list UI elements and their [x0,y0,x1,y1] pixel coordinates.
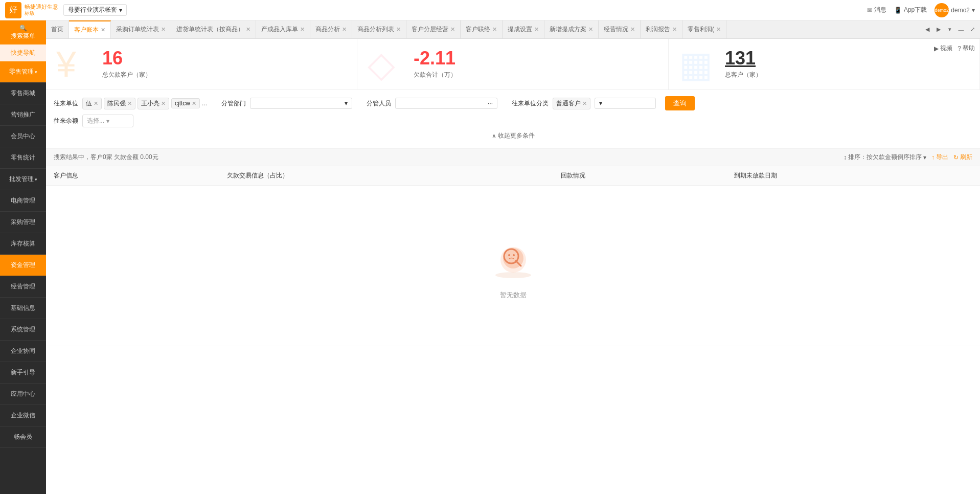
tab-bar: 首页 客户账本 ✕ 采购订单统计表 ✕ 进货单统计表（按商品） ✕ 产成品入库单… [46,20,980,39]
tab-customer-account[interactable]: 客户账本 ✕ [69,20,111,39]
user-avatar[interactable]: demo2 demo2 ▾ [935,3,975,17]
results-bar: 搜索结果中，客户0家 欠款金额 0.00元 ↕ 排序：按欠款金额倒序排序 ▾ ↑… [46,149,980,166]
app-download-button[interactable]: 📱 App下载 [894,6,927,14]
sidebar-item-member-center[interactable]: 会员中心 [0,126,46,147]
stat-bg-icon-1: ¥ [56,44,76,85]
tab-close-icon[interactable]: ✕ [672,26,677,33]
more-tags-button[interactable]: ... [202,100,207,107]
tab-purchase-order-stats[interactable]: 采购订单统计表 ✕ [111,20,171,39]
sidebar-item-new-guide[interactable]: 新手引导 [0,362,46,384]
tab-new-promotion-plan[interactable]: 新增提成方案 ✕ [544,20,599,39]
sidebar-item-wholesale-mgmt[interactable]: 批发管理 ▾ [0,169,46,190]
col-customer-info: 客户信息 [46,166,219,186]
sidebar-item-retail-stats[interactable]: 零售统计 [0,147,46,169]
sidebar-item-inventory[interactable]: 库存核算 [0,233,46,255]
tab-close-icon[interactable]: ✕ [492,26,497,33]
tab-maximize-button[interactable]: ⤢ [967,25,977,35]
category-select[interactable]: ▾ [595,98,656,109]
tag-close-4[interactable]: ✕ [192,100,196,107]
sidebar-item-system[interactable]: 系统管理 [0,319,46,341]
sidebar-item-member-vip[interactable]: 畅会员 [0,426,46,448]
tab-promotion-settings[interactable]: 提成设置 ✕ [503,20,544,39]
store-selector[interactable]: 母婴行业演示帐套 ▾ [63,4,127,16]
tab-close-icon[interactable]: ✕ [161,26,166,33]
help-icon: ? [958,45,961,52]
tab-close-icon[interactable]: ✕ [450,26,455,33]
sidebar-item-ecommerce[interactable]: 电商管理 [0,190,46,212]
tab-close-icon[interactable]: ✕ [630,26,635,33]
quick-nav[interactable]: 快捷导航 [0,44,46,61]
sort-selector[interactable]: ↕ 排序：按欠款金额倒序排序 ▾ [844,153,926,162]
filter-area: 往来单位 伍 ✕ 陈民强 ✕ 王小亮 ✕ [46,90,980,149]
query-button[interactable]: 查询 [665,96,695,110]
stat-total-customers: ¥ 16 总欠款客户（家） [46,39,357,89]
sidebar-item-basic-info[interactable]: 基础信息 [0,298,46,319]
tab-close-icon[interactable]: ✕ [396,26,401,33]
balance-input[interactable]: 选择... ▾ [82,115,133,127]
chevron-up-icon: ∧ [492,132,496,140]
tab-product-inbound[interactable]: 产成品入库单 ✕ [256,20,310,39]
tag-close-2[interactable]: ✕ [127,100,132,107]
tab-close-icon[interactable]: ✕ [246,26,250,33]
sidebar-item-retail-mgmt[interactable]: 零售管理 ▾ [0,61,46,83]
tab-close-icon[interactable]: ✕ [588,26,593,33]
video-help-link[interactable]: ▶ 视频 [934,44,952,53]
sidebar-search[interactable]: 🔍 搜索菜单 [0,20,46,44]
tab-product-analysis-list[interactable]: 商品分析列表 ✕ [352,20,406,39]
collapse-button[interactable]: ∧ 收起更多条件 [492,131,535,140]
tab-close-icon[interactable]: ✕ [342,26,347,33]
tab-menu-button[interactable]: ▾ [945,25,955,35]
sidebar-item-enterprise-wechat[interactable]: 企业微信 [0,405,46,426]
tab-minimize-button[interactable]: — [956,25,966,35]
tab-prev-button[interactable]: ◀ [922,25,932,35]
sort-icon: ↕ [844,154,847,161]
tab-profit-report[interactable]: 利润报告 ✕ [641,20,682,39]
unit-tag-4: cjttcw ✕ [171,98,200,108]
message-icon: ✉ [867,7,872,14]
stat-label-customers: 总欠款客户（家） [102,71,151,79]
tab-retail-profit[interactable]: 零售利润( ✕ [682,20,726,39]
export-button[interactable]: ↑ 导出 [931,153,948,162]
empty-state: 暂无数据 [54,191,972,341]
chevron-icon: ▾ [35,70,37,75]
tab-inbound-stats[interactable]: 进货单统计表（按商品） ✕ [171,20,256,39]
person-select[interactable]: ··· [395,98,497,109]
tab-next-button[interactable]: ▶ [933,25,944,35]
sidebar-item-purchase[interactable]: 采购管理 [0,212,46,233]
chevron-down-icon: ▾ [923,154,926,161]
brand-name: 畅捷通好生意 标版 [25,4,58,16]
filter-row-2: 往来余额 选择... ▾ [54,115,972,127]
sidebar-item-app-center[interactable]: 应用中心 [0,384,46,405]
tab-close-icon[interactable]: ✕ [101,27,105,33]
refresh-icon: ↻ [953,154,959,161]
tab-customer-segment[interactable]: 客户分层经营 ✕ [406,20,461,39]
dept-select[interactable]: ▾ [250,98,352,109]
export-icon: ↑ [931,154,935,161]
help-links: ▶ 视频 ? 帮助 [934,44,975,53]
tag-close-3[interactable]: ✕ [161,100,166,107]
sidebar: 🔍 搜索菜单 快捷导航 零售管理 ▾ 零售商城 营销推广 会员中心 零售统计 批… [0,20,46,494]
tab-close-icon[interactable]: ✕ [534,26,539,33]
message-button[interactable]: ✉ 消息 [867,6,886,14]
sidebar-item-marketing[interactable]: 营销推广 [0,104,46,126]
tab-close-icon[interactable]: ✕ [716,26,721,33]
doc-help-link[interactable]: ? 帮助 [958,44,975,53]
empty-text: 暂无数据 [500,290,527,300]
tab-business-status[interactable]: 经营情况 ✕ [599,20,641,39]
tab-product-analysis[interactable]: 商品分析 ✕ [310,20,352,39]
stats-header: ¥ 16 总欠款客户（家） ◇ -2.11 欠款合计（万） ▦ [46,39,980,90]
tab-customer-contact[interactable]: 客户联络 ✕ [461,20,503,39]
results-summary: 搜索结果中，客户0家 欠款金额 0.00元 [54,153,158,162]
tag-close-1[interactable]: ✕ [94,100,98,107]
tab-close-icon[interactable]: ✕ [300,26,305,33]
filter-row-1: 往来单位 伍 ✕ 陈民强 ✕ 王小亮 ✕ [54,96,972,110]
category-tag-close[interactable]: ✕ [582,100,587,107]
sidebar-item-finance[interactable]: 资金管理 [0,255,46,276]
tab-home[interactable]: 首页 [46,20,69,39]
unit-tag-1: 伍 ✕ [82,98,102,109]
sidebar-item-enterprise-collab[interactable]: 企业协同 [0,341,46,362]
sidebar-item-operations[interactable]: 经营管理 [0,276,46,298]
refresh-button[interactable]: ↻ 刷新 [953,153,972,162]
unit-label: 往来单位 [54,99,78,108]
sidebar-item-retail-mall[interactable]: 零售商城 [0,83,46,104]
